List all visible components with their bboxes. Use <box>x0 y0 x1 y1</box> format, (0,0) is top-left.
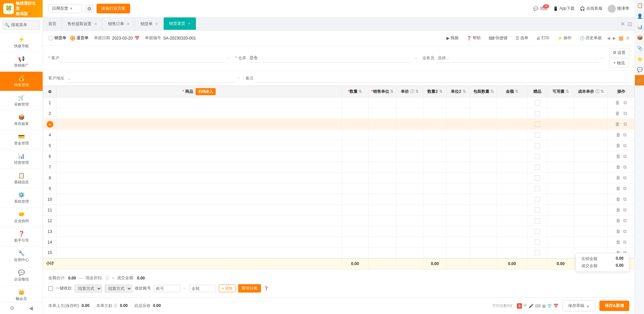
row-goods-2[interactable] <box>57 108 342 119</box>
row-delete-14[interactable]: 🗑 <box>614 239 622 245</box>
sidebar-item-vip[interactable]: 👑 畅会员 <box>0 286 43 302</box>
sidebar-item-wxwork[interactable]: 💬 企业微信 <box>0 266 43 286</box>
row-qty-2[interactable] <box>341 108 368 119</box>
sidebar-item-apps[interactable]: 🔧 应用中心 <box>0 247 43 266</box>
row-copy-4[interactable]: ⧉ <box>622 131 628 138</box>
goods-input-3[interactable] <box>59 122 339 127</box>
gift-checkbox-9[interactable] <box>535 186 540 191</box>
save-new-button[interactable]: 保存&新增 <box>599 301 629 311</box>
row-amount-2[interactable] <box>497 108 527 119</box>
row-copy-14[interactable]: ⧉ <box>622 239 628 246</box>
row-avail-1[interactable] <box>547 98 574 108</box>
row-cost-3[interactable] <box>574 119 608 130</box>
sidebar-item-sales[interactable]: 💰 销售管理 <box>0 72 43 91</box>
row-copy-12[interactable]: ⧉ <box>622 217 628 224</box>
row-delete-2[interactable]: 🗑 <box>614 110 621 117</box>
help-button[interactable]: ❓ 帮助 <box>464 34 483 42</box>
th-sort-qty2[interactable]: ⇅ <box>439 89 442 94</box>
th-sort-unit2[interactable]: ⇅ <box>463 89 466 94</box>
ops-button[interactable]: ⚡ 操作 <box>555 34 574 42</box>
tab-home[interactable]: 首页 <box>43 18 62 30</box>
right-panel-icon-3[interactable]: 📊 <box>635 21 644 32</box>
shortcut-button[interactable]: ⌨ 快捷键 <box>486 34 510 42</box>
row-qty2-1[interactable] <box>423 98 447 108</box>
row-qty-3[interactable] <box>341 119 368 130</box>
trial-button[interactable]: 体验行业方案 <box>97 4 130 13</box>
row-price-3[interactable] <box>396 119 423 130</box>
gift-checkbox-4[interactable] <box>535 132 540 138</box>
print-button[interactable]: 🖨 打印 <box>534 34 552 42</box>
history-button[interactable]: 🕐 历史单据 <box>577 34 604 42</box>
row-copy-5[interactable]: ⧉ <box>622 142 628 149</box>
app-download-button[interactable]: 📱 App下载 <box>553 6 575 11</box>
customer-input[interactable] <box>61 53 225 63</box>
gift-checkbox-12[interactable] <box>535 218 540 224</box>
th-settings[interactable]: ⚙ <box>43 86 57 98</box>
staff-picker-icon[interactable]: ··· <box>600 56 604 60</box>
row-delete-7[interactable]: 🗑 <box>614 164 622 170</box>
right-panel-icon-6[interactable]: ⭐ <box>635 54 644 64</box>
sidebar-item-inventory[interactable]: 📦 库存核算 <box>0 111 43 130</box>
right-panel-icon-7[interactable]: 💬 <box>635 64 644 75</box>
add-payment-button[interactable]: + 添加 <box>219 285 235 292</box>
gift-checkbox-13[interactable] <box>535 229 540 234</box>
scan-button[interactable]: 扫码录入 <box>196 88 216 95</box>
tab-sales-bill-close[interactable]: ✕ <box>155 22 158 26</box>
grid-view-icon[interactable]: ▦ <box>619 35 624 41</box>
th-price-info[interactable]: ⓘ <box>410 89 414 94</box>
sidebar-item-finance[interactable]: 💳 资金管理 <box>0 130 43 149</box>
setting-button[interactable]: ⚙ 设置 <box>609 48 629 57</box>
right-panel-icon-5[interactable]: 📎 <box>635 43 644 54</box>
mic-icon[interactable]: 🎤 <box>529 304 534 308</box>
th-sort-pkg[interactable]: ⇅ <box>490 89 494 94</box>
tab-price-extract[interactable]: 售价提取设置 ✕ <box>62 18 103 30</box>
nav-next-icon[interactable]: ▶ <box>613 36 616 41</box>
tab-sales-return-close[interactable]: ✕ <box>188 22 191 25</box>
gift-checkbox-3[interactable] <box>535 122 540 127</box>
row-amount-1[interactable] <box>497 98 527 108</box>
row-delete-13[interactable]: 🗑 <box>614 228 622 235</box>
right-panel-icon-4[interactable]: 📦 <box>635 32 644 43</box>
save-draft-button[interactable]: 保存草稿 ▲ <box>562 300 595 311</box>
gift-checkbox-6[interactable] <box>535 154 540 159</box>
row-unit-2[interactable] <box>368 108 396 119</box>
row-unit2-1[interactable] <box>447 98 470 108</box>
split-button[interactable]: 费用分摊 <box>238 284 261 293</box>
row-unit2-3[interactable] <box>447 119 470 130</box>
restore-tab-icon[interactable]: ⊡ <box>628 21 632 27</box>
th-sort-price[interactable]: ⇅ <box>415 89 419 94</box>
settle-method-select[interactable]: 结算方式 <box>74 285 102 293</box>
sidebar-item-quicknav[interactable]: ⚡ 快捷导航 <box>0 33 43 52</box>
gift-checkbox-2[interactable] <box>535 111 540 116</box>
row-goods-1[interactable] <box>57 98 342 108</box>
row-copy-9[interactable]: ⧉ <box>622 185 628 192</box>
address-picker-icon[interactable]: ··· <box>237 76 240 80</box>
right-panel-icon-8[interactable]: 🔗 <box>635 75 644 86</box>
category-select[interactable]: 日用百货 ▼ <box>48 4 82 13</box>
sidebar-item-operations[interactable]: 📊 经营管理 <box>0 149 43 169</box>
qty-input-1[interactable] <box>344 101 366 105</box>
warehouse-input[interactable] <box>248 53 412 63</box>
sidebar-item-basic[interactable]: 📋 基础信息 <box>0 169 43 188</box>
one-click-payment-checkbox[interactable] <box>48 286 53 291</box>
sidebar-item-collab[interactable]: 🤝 企业协同 <box>0 208 43 227</box>
add-row-button[interactable]: + <box>47 121 53 128</box>
row-copy-8[interactable]: ⧉ <box>622 174 628 181</box>
row-delete-10[interactable]: 🗑 <box>614 196 622 202</box>
gift-checkbox-14[interactable] <box>535 240 540 245</box>
sidebar-item-guide[interactable]: ❓ 新手引导 <box>0 227 43 247</box>
row-copy-6[interactable]: ⧉ <box>622 153 628 160</box>
row-copy-11[interactable]: ⧉ <box>622 206 628 213</box>
user-area[interactable]: 徐泽华 <box>608 5 629 13</box>
right-panel-icon-2[interactable]: 👤 <box>635 11 644 21</box>
row-gift-2[interactable] <box>527 108 547 119</box>
goods-input-1[interactable] <box>59 101 339 105</box>
sidebar-item-purchase[interactable]: 🛒 采购管理 <box>0 91 43 111</box>
amount-input[interactable] <box>189 285 216 292</box>
gift-checkbox-11[interactable] <box>535 207 540 213</box>
th-sort-avail[interactable]: ⇅ <box>566 89 569 94</box>
row-qty-1[interactable] <box>341 98 368 108</box>
tab-price-extract-close[interactable]: ✕ <box>94 22 97 26</box>
row-cost-2[interactable] <box>574 108 608 119</box>
gift-checkbox-7[interactable] <box>535 165 540 170</box>
